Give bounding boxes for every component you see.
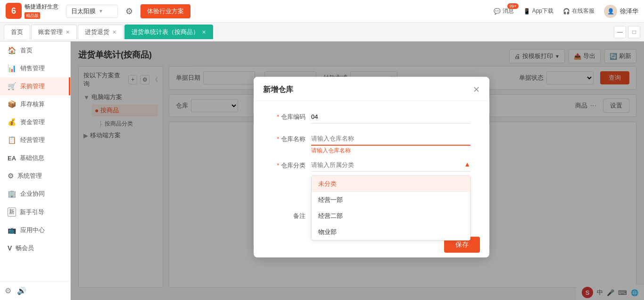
message-badge: 99+ [507,3,518,9]
operation-icon: 📋 [8,136,17,144]
category-dropdown-list: 未分类 经营一部 经营二部 物业部 [311,175,471,241]
chevron-down-icon: ▼ [99,8,103,14]
basic-icon: EA [8,155,16,162]
avatar: 👤 [604,5,617,18]
close-icon[interactable]: ✕ [112,29,116,35]
tab-purchase-stat[interactable]: 进货单统计表（按商品） ✕ [124,25,213,39]
required-star: * [277,135,279,142]
sidebar-item-sales[interactable]: 📊 销售管理 [0,59,70,77]
tab-minimize-btn[interactable]: — [614,26,626,38]
settings-icon[interactable]: ⚙ [122,4,137,19]
note-label: 备注 [272,212,305,220]
home-icon: 🏠 [8,46,17,55]
app-center-icon: 📺 [8,226,17,234]
member-icon: V [8,244,12,252]
sidebar-item-home[interactable]: 🏠 首页 [0,42,70,59]
message-item[interactable]: 💬 消息 99+ [494,7,514,15]
dropdown-item-dept3[interactable]: 物业部 [312,224,470,240]
purchase-icon: 🛒 [8,82,17,91]
topbar: 6 畅捷通好生意 精品版 日太阳膜 ▼ ⚙ 体验行业方案 💬 消息 99+ 📱 … [0,0,644,23]
tabbar-actions: — □ [614,26,640,38]
topbar-right: 💬 消息 99+ 📱 App下载 🎧 在线客服 👤 徐泽华 [494,5,638,18]
logo-area: 6 畅捷通好生意 精品版 [6,3,58,19]
close-icon[interactable]: ✕ [202,29,206,35]
experience-button[interactable]: 体验行业方案 [140,4,190,18]
sidebar-item-inventory[interactable]: 📦 库存核算 [0,95,70,113]
name-input[interactable] [311,132,471,146]
logo-icon: 6 [6,3,22,19]
online-service-item[interactable]: 🎧 在线客服 [563,7,594,15]
category-input[interactable] [311,158,471,172]
sidebar-item-finance[interactable]: 💰 资金管理 [0,113,70,131]
category-label: * 仓库分类 [272,158,305,170]
content-area: 进货单统计(按商品) 🖨 按模板打印 ▼ 📤 导出 🔄 刷新 按以下方案查询 [71,42,644,300]
user-area[interactable]: 👤 徐泽华 [604,5,638,18]
modal-dialog: 新增仓库 ✕ * 仓库编码 * 仓库名称 [254,77,489,258]
sidebar-settings-icon[interactable]: ⚙ [5,286,11,295]
modal-title: 新增仓库 [263,84,293,94]
logo-text: 畅捷通好生意 精品版 [25,3,58,19]
message-icon: 💬 [494,8,501,15]
dropdown-item-unclassified[interactable]: 未分类 [312,176,470,192]
headphone-icon: 🎧 [563,8,570,15]
system-icon: ⚙ [8,172,14,180]
name-label: * 仓库名称 [272,132,305,143]
sidebar-item-purchase[interactable]: 🛒 采购管理 [0,77,70,95]
sidebar-item-operation[interactable]: 📋 经营管理 [0,131,70,149]
code-input[interactable] [311,110,471,124]
tab-purchase-return[interactable]: 进货退货 ✕ [78,25,124,39]
sidebar-item-member[interactable]: V 畅会员 [0,239,70,257]
sidebar-bottom: ⚙ 🔊 [0,281,70,300]
sidebar: 🏠 首页 📊 销售管理 🛒 采购管理 📦 库存核算 💰 资金管理 📋 经营管理 … [0,42,71,300]
inventory-icon: 📦 [8,100,17,108]
category-arrow-btn[interactable]: ▲ [464,160,471,168]
dropdown-item-dept2[interactable]: 经营二部 [312,208,470,224]
enterprise-icon: 🏢 [8,190,17,198]
required-star: * [277,113,279,120]
guide-icon: 新 [8,208,16,217]
store-selector[interactable]: 日太阳膜 ▼ [66,5,118,18]
sidebar-item-basic[interactable]: EA 基础信息 [0,149,70,167]
main-layout: 🏠 首页 📊 销售管理 🛒 采购管理 📦 库存核算 💰 资金管理 📋 经营管理 … [0,42,644,300]
tabbar: 首页 账套管理 ✕ 进货退货 ✕ 进货单统计表（按商品） ✕ — □ [0,23,644,42]
close-icon[interactable]: ✕ [66,29,70,35]
sales-icon: 📊 [8,64,17,73]
required-star: * [277,162,279,169]
dropdown-item-dept1[interactable]: 经营一部 [312,192,470,208]
name-error-msg: 请输入仓库名称 [311,147,471,155]
modal-row-code: * 仓库编码 [272,110,471,124]
sidebar-item-app-center[interactable]: 📺 应用中心 [0,221,70,239]
phone-icon: 📱 [523,8,530,15]
modal-row-name: * 仓库名称 请输入仓库名称 [272,132,471,155]
modal-row-category: * 仓库分类 ▲ 未分类 经营一部 经营二部 物业部 [272,158,471,172]
code-label: * 仓库编码 [272,113,305,121]
name-input-wrapper: 请输入仓库名称 [311,132,471,155]
modal-header: 新增仓库 ✕ [254,77,489,101]
sidebar-item-enterprise[interactable]: 🏢 企业协同 [0,185,70,203]
tab-account[interactable]: 账套管理 ✕ [31,25,77,39]
modal-body: * 仓库编码 * 仓库名称 请输入仓库名称 [254,101,489,232]
category-dropdown-wrapper: ▲ 未分类 经营一部 经营二部 物业部 [311,158,471,172]
sidebar-audio-icon[interactable]: 🔊 [17,286,26,295]
modal-close-icon[interactable]: ✕ [473,84,480,95]
tab-home[interactable]: 首页 [4,25,30,39]
finance-icon: 💰 [8,118,17,126]
app-download-item[interactable]: 📱 App下载 [523,7,553,15]
tab-maximize-btn[interactable]: □ [628,26,640,38]
sidebar-item-guide[interactable]: 新 新手引导 [0,203,70,221]
sidebar-item-system[interactable]: ⚙ 系统管理 [0,167,70,185]
